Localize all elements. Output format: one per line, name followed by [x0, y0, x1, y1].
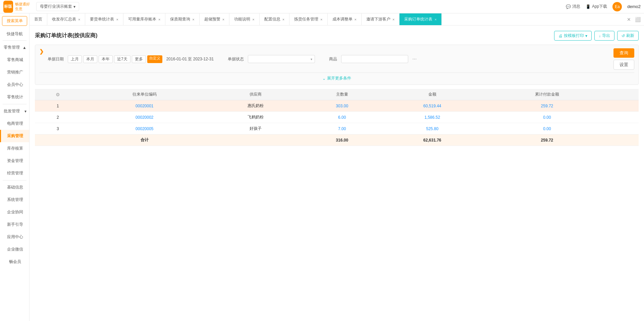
date-filter-label: 单据日期 — [48, 56, 64, 62]
tab-home[interactable]: 首页 — [30, 13, 47, 25]
sidebar-item-newbie[interactable]: 新手引导 — [0, 218, 29, 231]
table-settings-icon[interactable]: ⚙ — [56, 92, 60, 97]
tab-available-stock[interactable]: 可用量库存账本 × — [123, 13, 165, 25]
tab-invite-downstream-label: 邀请下游客户 — [366, 16, 390, 22]
tab-purchase-stats[interactable]: 采购订单统计表 × — [399, 13, 441, 25]
paid-link[interactable]: 0.00 — [543, 115, 551, 120]
tab-pick-task-label: 拣货任务管理 — [294, 16, 318, 22]
tab-config-info[interactable]: 配置信息 × — [260, 13, 289, 25]
sidebar-item-app-center[interactable]: 应用中心 — [0, 231, 29, 243]
goods-filter-input[interactable] — [341, 55, 408, 63]
tab-cost-adjust[interactable]: 成本调整单 × — [328, 13, 362, 25]
search-menu-btn[interactable]: 搜索英单 — [2, 16, 27, 26]
sidebar-item-vip[interactable]: 畅会员 — [0, 256, 29, 268]
filter-expand-row: ⌄ 展开更多条件 — [39, 72, 634, 81]
tab-home-label: 首页 — [34, 16, 42, 22]
logo-text: 畅捷通好生意 — [15, 2, 33, 11]
tab-available-stock-close[interactable]: × — [158, 17, 160, 21]
print-btn[interactable]: 🖨 按模板打印 ▾ — [554, 31, 592, 41]
cell-qty: 303.00 — [303, 100, 381, 112]
sidebar-item-batch[interactable]: 批发管理 ▾ — [0, 105, 29, 117]
sidebar-item-finance[interactable]: 资金管理 — [0, 155, 29, 167]
sidebar-item-member[interactable]: 会员中心 — [0, 78, 29, 91]
code-link[interactable]: 00020005 — [136, 126, 153, 131]
tab-function-desc-close[interactable]: × — [252, 17, 254, 21]
tab-pick-task[interactable]: 拣货任务管理 × — [289, 13, 327, 25]
filter-btn-last-month[interactable]: 上月 — [68, 55, 82, 63]
th-settings: ⚙ — [35, 89, 81, 100]
qty-link[interactable]: 7.00 — [338, 126, 346, 131]
paid-link[interactable]: 259.72 — [541, 104, 553, 108]
sidebar-item-ecommerce[interactable]: 电商管理 — [0, 117, 29, 130]
tab-goods-stats-close[interactable]: × — [116, 17, 118, 21]
tab-close-action-btn[interactable]: ✕ — [626, 16, 632, 23]
tab-receive-send-close[interactable]: × — [78, 17, 80, 21]
filter-btn-this-month[interactable]: 本月 — [83, 55, 97, 63]
amount-link[interactable]: 525.80 — [426, 126, 438, 131]
sidebar: 搜索英单 快捷导航 零售管理 ▲ 零售商城 营销推广 会员中心 零售统计 批发管… — [0, 13, 30, 321]
tab-receive-send[interactable]: 收发存汇总表 × — [47, 13, 85, 25]
sidebar-item-system[interactable]: 系统管理 — [0, 194, 29, 206]
status-select[interactable] — [248, 55, 315, 63]
workspace-selector[interactable]: 母婴行业演示账套 ▾ — [36, 2, 79, 11]
filter-btn-more[interactable]: 更多 — [132, 55, 146, 63]
th-empty — [611, 89, 639, 100]
qty-link[interactable]: 303.00 — [336, 104, 348, 108]
sidebar-item-inventory[interactable]: 库存核算 — [0, 142, 29, 155]
query-btn[interactable]: 查询 — [613, 48, 634, 58]
filter-btn-this-year[interactable]: 本年 — [99, 55, 113, 63]
total-label: 合计 — [81, 135, 209, 146]
sidebar-item-corp-wechat[interactable]: 企业微信 — [0, 243, 29, 256]
table-wrapper: ⚙ 往来单位编码 供应商 主数量 金额 累计付款金额 1 00020001 — [35, 89, 639, 146]
tab-cost-adjust-close[interactable]: × — [355, 17, 357, 21]
tab-function-desc[interactable]: 功能说明 × — [229, 13, 259, 25]
tab-purchase-stats-close[interactable]: × — [434, 17, 436, 21]
logo-icon: 标版 — [3, 1, 13, 13]
amount-link[interactable]: 1,586.52 — [424, 115, 440, 120]
tab-invite-downstream-close[interactable]: × — [392, 17, 394, 21]
export-btn[interactable]: ↓ 导出 — [594, 31, 614, 41]
tab-overstock-close[interactable]: × — [222, 17, 224, 21]
sidebar-item-purchase[interactable]: 采购管理 — [0, 130, 29, 142]
filter-fields: 单据日期 上月 本月 本年 近7天 更多 自定义 — [48, 48, 634, 70]
paid-link[interactable]: 0.00 — [543, 126, 551, 131]
status-filter-label: 单据状态 — [228, 56, 244, 62]
sidebar-item-retail-stats[interactable]: 零售统计 — [0, 91, 29, 103]
sidebar-item-retail-shop[interactable]: 零售商城 — [0, 54, 29, 66]
qty-link[interactable]: 6.00 — [338, 115, 346, 120]
cell-index: 1 — [35, 100, 81, 112]
code-link[interactable]: 00020001 — [136, 104, 153, 108]
quick-nav-btn[interactable]: 快捷导航 — [0, 29, 29, 40]
tab-warranty-close[interactable]: × — [192, 17, 194, 21]
sidebar-item-retail[interactable]: 零售管理 ▲ — [0, 41, 29, 54]
th-paid: 累计付款金额 — [483, 89, 611, 100]
tab-warranty[interactable]: 保质期查询 × — [165, 13, 199, 25]
refresh-btn[interactable]: ↺ 刷新 — [617, 31, 639, 41]
expand-conditions-btn[interactable]: ⌄ 展开更多条件 — [322, 75, 351, 81]
app-download-btn[interactable]: 📱 App下载 — [586, 4, 607, 9]
sidebar-item-operations[interactable]: 经营管理 — [0, 167, 29, 179]
settings-btn[interactable]: 设置 — [613, 60, 634, 70]
amount-link[interactable]: 60,519.44 — [423, 104, 441, 108]
filter-btn-7days[interactable]: 近7天 — [114, 55, 130, 63]
goods-more-icon[interactable]: ··· — [412, 56, 417, 62]
print-icon: 🖨 — [558, 34, 562, 38]
cell-index: 2 — [35, 112, 81, 123]
code-link[interactable]: 00020002 — [136, 115, 153, 120]
app-download-label: App下载 — [592, 4, 607, 9]
th-supplier: 供应商 — [208, 89, 303, 100]
filter-toggle-btn[interactable]: ❯ — [39, 48, 44, 55]
avatar[interactable]: Ea — [612, 2, 622, 11]
tab-pick-task-close[interactable]: × — [320, 17, 322, 21]
tab-goods-stats[interactable]: 要货单统计表 × — [85, 13, 123, 25]
sidebar-item-corp[interactable]: 企业协同 — [0, 206, 29, 218]
sidebar-item-marketing[interactable]: 营销推广 — [0, 66, 29, 78]
message-btn[interactable]: 💬 消息 — [566, 4, 580, 9]
cell-code: 00020005 — [81, 123, 209, 135]
tab-config-info-close[interactable]: × — [282, 17, 284, 21]
tab-maximize-btn[interactable]: ⬜ — [634, 16, 642, 23]
tab-overstock[interactable]: 超储预警 × — [200, 13, 229, 25]
tab-invite-downstream[interactable]: 邀请下游客户 × — [362, 13, 399, 25]
sidebar-item-basic[interactable]: 基础信息 — [0, 181, 29, 194]
cell-code: 00020002 — [81, 112, 209, 123]
